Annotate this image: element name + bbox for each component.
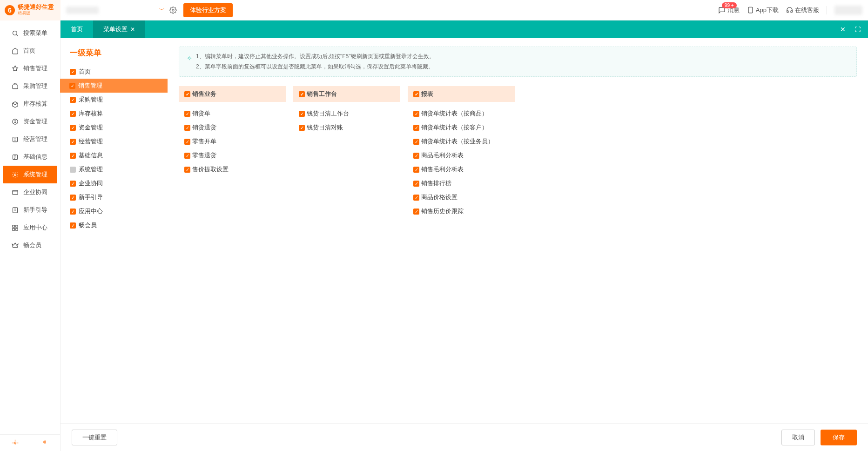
sidebar-item-fund[interactable]: 资金管理 [0,113,60,130]
sidebar-item-biz[interactable]: 经营管理 [0,130,60,148]
sidebar-item-info[interactable]: 基础信息 [0,148,60,166]
fullscreen-icon[interactable] [852,24,863,35]
checkbox-icon[interactable] [413,139,419,145]
group-item[interactable]: 销售历史价跟踪 [413,204,509,218]
tab-menu-settings[interactable]: 菜单设置 ✕ [93,20,145,38]
checkbox-icon[interactable] [70,139,76,145]
level1-item-label: 销售管理 [78,81,102,90]
checkbox-icon[interactable] [70,222,76,229]
level1-item[interactable]: 首页 [61,65,168,79]
group-item[interactable]: 零售退货 [184,148,280,162]
industry-plan-button[interactable]: 体验行业方案 [183,3,233,17]
checkbox-icon[interactable] [413,181,419,187]
checkbox-icon[interactable] [184,125,190,131]
checkbox-icon[interactable] [184,91,190,97]
group-item[interactable]: 销货单统计表（按客户） [413,121,509,135]
sidebar-settings-icon[interactable] [12,439,19,446]
tab-close-all-icon[interactable]: ✕ [837,24,848,35]
checkbox-icon[interactable] [413,209,419,215]
user-avatar[interactable] [834,6,862,15]
level1-item-label: 新手引导 [79,193,103,202]
group-item[interactable]: 钱货日清工作台 [299,107,395,121]
checkbox-icon[interactable] [70,111,76,117]
level1-item[interactable]: 销售管理 [60,79,168,93]
group-item[interactable]: 销货单 [184,107,280,121]
level1-item[interactable]: 库存核算 [61,107,168,121]
checkbox-icon[interactable] [70,195,76,201]
group-item[interactable]: 销货退货 [184,121,280,135]
sidebar-item-guide[interactable]: 新手引导 [0,201,60,219]
sidebar-item-label: 应用中心 [23,223,47,232]
checkbox-icon[interactable] [69,83,75,89]
level1-item[interactable]: 经营管理 [61,135,168,148]
checkbox-icon[interactable] [184,167,190,173]
logo-text: 畅捷通好生意 [18,4,54,10]
messages-link[interactable]: 99 + 消息 [718,6,740,14]
svg-point-3 [13,31,17,35]
save-button[interactable]: 保存 [821,430,857,445]
sidebar-item-collab[interactable]: 企业协同 [0,183,60,201]
checkbox-icon[interactable] [70,97,76,103]
level1-item[interactable]: 新手引导 [61,190,168,204]
checkbox-icon[interactable] [413,195,419,201]
group-item[interactable]: 销售毛利分析表 [413,162,509,176]
checkbox-icon[interactable] [184,139,190,145]
gear-icon[interactable] [169,7,177,14]
checkbox-icon[interactable] [70,153,76,159]
level1-item[interactable]: 采购管理 [61,93,168,107]
checkbox-icon[interactable] [184,111,190,117]
checkbox-icon[interactable] [184,153,190,159]
sidebar-item-home[interactable]: 首页 [0,42,60,60]
level1-item[interactable]: 资金管理 [61,121,168,135]
sidebar-item-vip[interactable]: 畅会员 [0,236,60,254]
level1-item-label: 经营管理 [79,137,103,146]
group-item[interactable]: 商品价格设置 [413,190,509,204]
sidebar-collapse-icon[interactable] [41,439,48,446]
level1-item[interactable]: 畅会员 [61,218,168,232]
group-item[interactable]: 销货单统计表（按业务员） [413,135,509,148]
checkbox-icon[interactable] [299,125,305,131]
checkbox-icon[interactable] [70,181,76,187]
checkbox-icon[interactable] [413,111,419,117]
checkbox-icon[interactable] [70,69,76,75]
group-item[interactable]: 售价提取设置 [184,162,280,176]
company-selector[interactable]: ﹀ [66,6,169,14]
sidebar-item-purchase[interactable]: 采购管理 [0,77,60,95]
level1-item[interactable]: 系统管理 [61,162,168,176]
group-item[interactable]: 商品毛利分析表 [413,148,509,162]
sidebar-item-stock[interactable]: 库存核算 [0,95,60,113]
checkbox-icon[interactable] [299,91,305,97]
checkbox-icon[interactable] [70,167,76,173]
group-header[interactable]: 销售工作台 [293,86,400,102]
group-header[interactable]: 销售业务 [179,86,286,102]
vip-icon [11,242,19,249]
group-item[interactable]: 零售开单 [184,135,280,148]
sidebar-item-search[interactable]: 搜索菜单 [0,24,60,42]
group-item[interactable]: 钱货日清对账 [299,121,395,135]
group-item[interactable]: 销货单统计表（按商品） [413,107,509,121]
app-download-link[interactable]: App下载 [747,6,779,14]
sidebar-item-apps[interactable]: 应用中心 [0,219,60,236]
level1-item[interactable]: 应用中心 [61,204,168,218]
cancel-button[interactable]: 取消 [781,430,815,445]
sidebar-item-settings[interactable]: 系统管理 [3,166,57,183]
sidebar-item-sales[interactable]: 销售管理 [0,60,60,77]
checkbox-icon[interactable] [70,209,76,215]
checkbox-icon[interactable] [413,91,419,97]
group-item-label: 商品毛利分析表 [421,151,464,160]
sidebar-item-label: 经营管理 [23,135,47,143]
checkbox-icon[interactable] [299,111,305,117]
checkbox-icon[interactable] [413,125,419,131]
online-service-link[interactable]: 在线客服 [786,6,819,14]
level1-item[interactable]: 基础信息 [61,148,168,162]
checkbox-icon[interactable] [413,153,419,159]
reset-button[interactable]: 一键重置 [72,430,117,445]
level1-item[interactable]: 企业协同 [61,176,168,190]
close-icon[interactable]: ✕ [130,26,135,33]
checkbox-icon[interactable] [413,167,419,173]
tab-home[interactable]: 首页 [61,20,93,38]
checkbox-icon[interactable] [70,125,76,131]
group-header[interactable]: 报表 [408,86,515,102]
group-item[interactable]: 销售排行榜 [413,176,509,190]
tab-home-label: 首页 [71,25,83,34]
